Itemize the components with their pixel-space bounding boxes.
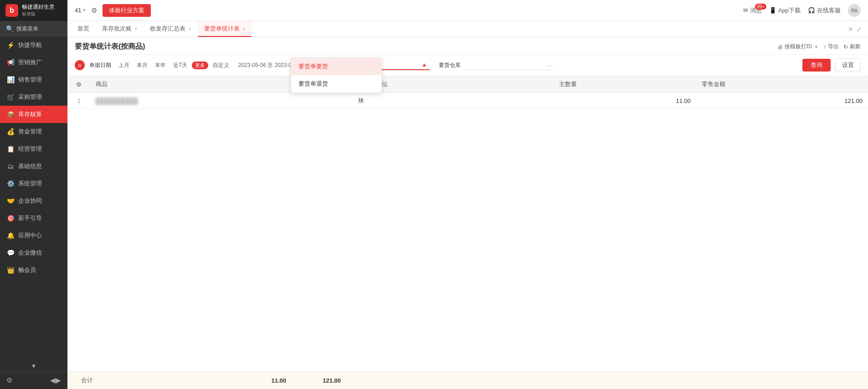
tab-maximize-icon[interactable]: ⤢ (856, 26, 862, 33)
sidebar-bottom: ⚙ ◀▶ (0, 371, 67, 389)
filter-bar: » 单据日期 上月 本月 本年 近7天 更多 自定义 2023-05-06 至 … (67, 54, 868, 76)
row-seq: 1 (67, 93, 90, 109)
warehouse-more-icon[interactable]: ··· (546, 61, 552, 69)
breadcrumb-arrow: ▾ (83, 7, 86, 13)
tab-close-all-icon[interactable]: ✕ (848, 26, 853, 33)
breadcrumb-select[interactable]: 41 ▾ (75, 7, 86, 14)
date-buttons: 上月 本月 本年 近7天 更多 自定义 (116, 61, 232, 70)
page-title: 要货单统计表(按商品) (75, 42, 145, 51)
sidebar-item-purchase[interactable]: 🛒 采购管理 (0, 88, 67, 106)
message-icon: ✉ (743, 7, 748, 14)
sidebar-item-member[interactable]: 👑 畅会员 (0, 261, 67, 279)
warehouse-input-wrapper[interactable]: ··· (465, 61, 555, 70)
table-body: 1 ██████████ 块 11.00 121.00 (67, 93, 868, 109)
sidebar-item-shortcut[interactable]: ⚡ 快捷导航 (0, 36, 67, 54)
search-icon: 🔍 (5, 25, 14, 33)
sidebar-item-sales[interactable]: 📊 销售管理 (0, 71, 67, 88)
custom-btn[interactable]: 自定义 (210, 61, 232, 70)
tab-inventory-batch[interactable]: 库存批次账 × (96, 21, 144, 37)
app-logo-text: 畅捷通好生意 标准版 (22, 4, 55, 17)
date-label: 单据日期 (89, 61, 111, 69)
export-button[interactable]: ↑ 导出 (823, 43, 839, 51)
service-icon: 🎧 (808, 7, 815, 14)
cart-icon: 🛒 (6, 93, 15, 101)
week7-btn[interactable]: 近7天 (170, 61, 190, 70)
tab-receivable-summary[interactable]: 收发存汇总表 × (144, 21, 197, 37)
sidebar-item-corp-coop[interactable]: 🤝 企业协同 (0, 192, 67, 210)
table-row: 1 ██████████ 块 11.00 121.00 (67, 93, 868, 109)
marketing-icon: 📢 (6, 58, 15, 67)
message-item[interactable]: ✉ 消息 99+ (743, 6, 762, 15)
sidebar-item-search[interactable]: 🔍 搜索菜单 (0, 21, 67, 36)
print-icon: 🖨 (777, 44, 783, 50)
sidebar-item-operations[interactable]: 📋 经营管理 (0, 140, 67, 158)
sidebar-settings-icon[interactable]: ⚙ (6, 376, 12, 384)
sidebar-item-basic[interactable]: 🗂 基础信息 (0, 158, 67, 175)
sidebar-item-guide[interactable]: 🎯 新手引导 (0, 210, 67, 227)
app-download-item[interactable]: 📱 App下载 (769, 6, 801, 15)
row-unit: 块 (353, 93, 554, 109)
header-settings-icon[interactable]: ⚙ (91, 6, 97, 15)
row-qty: 11.00 (554, 93, 696, 109)
main-area: 41 ▾ ⚙ 体验行业方案 ✉ 消息 99+ 📱 App下载 🎧 在线客服 Ri… (67, 0, 868, 389)
sidebar-item-finance[interactable]: 💰 资金管理 (0, 123, 67, 140)
prev-month-btn[interactable]: 上月 (116, 61, 132, 70)
finance-icon: 💰 (6, 128, 15, 136)
table-header: ⚙ 商品 主计量单位 主数量 零售金额 (67, 76, 868, 93)
page: 要货单统计表(按商品) 🖨 按模板打印 ▼ ↑ 导出 ↻ 刷新 (67, 37, 868, 389)
online-service-item[interactable]: 🎧 在线客服 (808, 6, 841, 15)
sidebar-item-marketing[interactable]: 📢 营销推广 (0, 54, 67, 71)
trial-button[interactable]: 体验行业方案 (103, 4, 151, 17)
tab-home[interactable]: 首页 (71, 21, 96, 37)
tabs-bar: 首页 库存批次账 × 收发存汇总表 × 要货单统计表 × ✕ ⤢ (67, 21, 868, 37)
query-button[interactable]: 查询 (802, 59, 831, 72)
col-settings-icon: ⚙ (76, 81, 82, 88)
col-settings[interactable]: ⚙ (67, 76, 90, 93)
more-btn[interactable]: 更多 (192, 61, 208, 69)
top-header: 41 ▾ ⚙ 体验行业方案 ✉ 消息 99+ 📱 App下载 🎧 在线客服 Ri… (67, 0, 868, 21)
sidebar-scroll-down[interactable]: ▼ (0, 361, 67, 371)
footer-amount: 121.00 (295, 377, 350, 384)
print-button[interactable]: 🖨 按模板打印 ▼ (777, 43, 819, 51)
page-content: 要货单统计表(按商品) 🖨 按模板打印 ▼ ↑ 导出 ↻ 刷新 (67, 37, 868, 389)
type-dropdown: 要货单要货 要货单退货 (291, 57, 382, 93)
system-icon: ⚙️ (6, 179, 15, 188)
refresh-icon: ↻ (843, 44, 848, 50)
dropdown-item-order-goods[interactable]: 要货单要货 (291, 58, 381, 75)
tab-order-summary[interactable]: 要货单统计表 × (198, 21, 252, 37)
row-amount: 121.00 (696, 93, 868, 109)
warehouse-input[interactable] (468, 61, 544, 68)
sidebar-collapse-icon[interactable]: ◀▶ (50, 376, 61, 384)
chevron-up-icon[interactable]: ▲ (421, 61, 427, 68)
sidebar-item-system[interactable]: ⚙️ 系统管理 (0, 175, 67, 192)
refresh-button[interactable]: ↻ 刷新 (843, 43, 861, 51)
dropdown-item-order-return[interactable]: 要货单退货 (291, 75, 381, 92)
sidebar-item-app-center[interactable]: 🔔 应用中心 (0, 227, 67, 244)
page-actions: 🖨 按模板打印 ▼ ↑ 导出 ↻ 刷新 (777, 43, 861, 51)
col-qty: 主数量 (554, 76, 696, 93)
message-badge: 99+ (755, 4, 766, 10)
header-right: ✉ 消息 99+ 📱 App下载 🎧 在线客服 Rit (743, 4, 861, 17)
wechat-icon: 💬 (6, 249, 15, 257)
setup-button[interactable]: 设置 (835, 58, 861, 72)
main-table: ⚙ 商品 主计量单位 主数量 零售金额 1 ██████████ (67, 76, 868, 109)
tab-close-inventory-batch[interactable]: × (134, 26, 137, 31)
curr-month-btn[interactable]: 本月 (134, 61, 150, 70)
ops-icon: 📋 (6, 145, 15, 153)
crown-icon: 👑 (6, 266, 15, 274)
table-wrapper: ⚙ 商品 主计量单位 主数量 零售金额 1 ██████████ (67, 76, 868, 371)
app-center-icon: 🔔 (6, 231, 15, 240)
user-avatar[interactable]: Rit (848, 4, 861, 17)
header-left: 41 ▾ ⚙ 体验行业方案 (75, 4, 151, 17)
tab-close-receivable[interactable]: × (188, 26, 191, 31)
footer-qty: 11.00 (204, 377, 295, 384)
sidebar-item-corp-wechat[interactable]: 💬 企业微信 (0, 244, 67, 261)
filter-toggle-button[interactable]: » (75, 60, 85, 70)
filter-toggle-icon: » (78, 61, 82, 69)
tab-close-order-summary[interactable]: × (242, 26, 245, 31)
year-btn[interactable]: 本年 (152, 61, 169, 70)
sidebar-item-inventory[interactable]: 📦 库存核算 (0, 106, 67, 123)
phone-icon: 📱 (769, 7, 776, 14)
sidebar-logo: b 畅捷通好生意 标准版 (0, 0, 67, 21)
tabs-bar-right: ✕ ⤢ (845, 21, 864, 37)
